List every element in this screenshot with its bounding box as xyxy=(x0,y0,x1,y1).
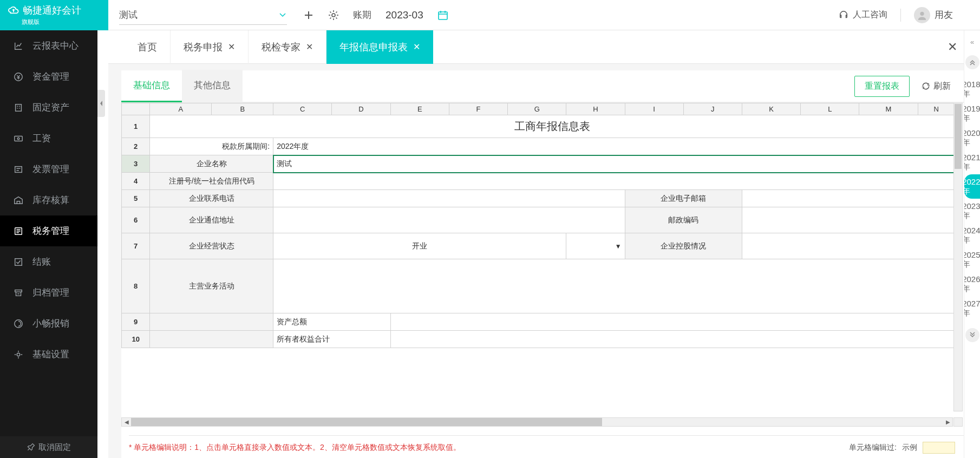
year-item[interactable]: 2020年 xyxy=(964,126,981,150)
phone-label-cell[interactable]: 企业联系电话 xyxy=(150,190,273,207)
reset-button[interactable]: 重置报表 xyxy=(854,76,910,97)
horizontal-scrollbar[interactable]: ◀ ▶ xyxy=(121,417,953,427)
sidebar-item-settings[interactable]: 基础设置 xyxy=(0,339,97,370)
year-item[interactable]: 2023年 xyxy=(964,199,981,223)
year-item[interactable]: 2019年 xyxy=(964,101,981,126)
col-head[interactable]: A xyxy=(150,103,212,115)
tab-taxcheck[interactable]: 税检专家✕ xyxy=(249,30,326,64)
sidebar-item-assets[interactable]: 固定资产 xyxy=(0,92,97,123)
close-all-tabs[interactable]: ✕ xyxy=(948,40,957,54)
row-head[interactable]: 5 xyxy=(122,190,150,207)
user-menu[interactable]: 用友 xyxy=(914,7,953,23)
address-value-cell[interactable] xyxy=(273,207,625,233)
sidebar-item-archive[interactable]: 归档管理 xyxy=(0,277,97,308)
mainbiz-label-cell[interactable]: 主营业务活动 xyxy=(150,259,273,313)
period-value[interactable]: 2023-03 xyxy=(386,9,423,21)
period-value-cell[interactable]: 2022年度 xyxy=(273,138,955,155)
col-head[interactable]: H xyxy=(566,103,625,115)
row-head[interactable]: 9 xyxy=(122,313,150,331)
sidebar-item-salary[interactable]: 工资 xyxy=(0,123,97,154)
regno-value-cell[interactable] xyxy=(273,173,955,190)
row-head[interactable]: 7 xyxy=(122,233,150,259)
year-item[interactable]: 2027年 xyxy=(964,296,981,320)
row-head[interactable]: 1 xyxy=(122,115,150,138)
scrollbar-thumb[interactable] xyxy=(131,418,602,426)
col-head[interactable]: N xyxy=(918,103,955,115)
col-head[interactable]: B xyxy=(212,103,273,115)
year-item[interactable]: 2018年 xyxy=(964,77,981,101)
row-head[interactable]: 10 xyxy=(122,331,150,348)
corner-cell[interactable] xyxy=(122,103,150,115)
tab-home[interactable]: 首页 xyxy=(125,30,171,64)
spreadsheet[interactable]: A B C D E F G H I J K L M N 1工商年报信息表 2税款… xyxy=(121,103,964,433)
calendar-icon[interactable] xyxy=(437,10,448,21)
scroll-left-icon[interactable]: ◀ xyxy=(122,418,131,426)
close-icon[interactable]: ✕ xyxy=(306,42,313,52)
email-label-cell[interactable]: 企业电子邮箱 xyxy=(625,190,742,207)
col-head[interactable]: G xyxy=(508,103,566,115)
equity-label-cell[interactable]: 所有者权益合计 xyxy=(273,331,390,348)
row-head[interactable]: 6 xyxy=(122,207,150,233)
sidebar-item-funds[interactable]: 资金管理 xyxy=(0,61,97,92)
col-head[interactable]: D xyxy=(332,103,390,115)
sidebar-item-tax[interactable]: 税务管理 xyxy=(0,215,97,246)
sidebar-collapse-handle[interactable] xyxy=(97,90,105,117)
year-item[interactable]: 2022年 xyxy=(964,174,981,199)
year-item[interactable]: 2024年 xyxy=(964,223,981,247)
col-head[interactable]: I xyxy=(625,103,683,115)
col-head[interactable]: F xyxy=(449,103,507,115)
sidebar-pin-toggle[interactable]: 取消固定 xyxy=(0,436,97,458)
equity-value-cell[interactable] xyxy=(390,331,955,348)
row-head[interactable]: 2 xyxy=(122,138,150,155)
col-head[interactable]: M xyxy=(859,103,918,115)
close-icon[interactable]: ✕ xyxy=(413,42,420,52)
phone-value-cell[interactable] xyxy=(273,190,625,207)
row-head[interactable]: 3 xyxy=(122,155,150,173)
scrollbar-thumb[interactable] xyxy=(955,104,962,169)
dropdown-indicator[interactable]: ▼ xyxy=(566,233,625,259)
year-up-button[interactable] xyxy=(965,55,979,69)
plus-icon[interactable] xyxy=(303,10,314,21)
col-head[interactable]: C xyxy=(273,103,332,115)
col-head[interactable]: E xyxy=(390,103,449,115)
year-item[interactable]: 2026年 xyxy=(964,272,981,296)
sidebar-item-reports[interactable]: 云报表中心 xyxy=(0,30,97,61)
col-head[interactable]: K xyxy=(742,103,800,115)
row-head[interactable]: 4 xyxy=(122,173,150,190)
year-strip-collapse[interactable]: « xyxy=(968,36,977,48)
period-label-cell[interactable]: 税款所属期间: xyxy=(150,138,273,155)
consult-button[interactable]: 人工咨询 xyxy=(839,9,887,21)
company-selector[interactable]: 测试 xyxy=(119,5,287,25)
mainbiz-value-cell[interactable] xyxy=(273,259,955,313)
sidebar-item-expense[interactable]: 小畅报销 xyxy=(0,308,97,339)
assets-value-cell[interactable] xyxy=(390,313,955,331)
row-head[interactable]: 8 xyxy=(122,259,150,313)
empty-label-cell[interactable] xyxy=(150,313,273,331)
col-head[interactable]: L xyxy=(801,103,859,115)
postcode-label-cell[interactable]: 邮政编码 xyxy=(625,207,742,233)
scroll-right-icon[interactable]: ▶ xyxy=(943,418,952,426)
email-value-cell[interactable] xyxy=(742,190,955,207)
address-label-cell[interactable]: 企业通信地址 xyxy=(150,207,273,233)
refresh-button[interactable]: 刷新 xyxy=(922,81,951,92)
tab-taxfile[interactable]: 税务申报✕ xyxy=(171,30,249,64)
holding-value-cell[interactable] xyxy=(742,233,955,259)
holding-label-cell[interactable]: 企业控股情况 xyxy=(625,233,742,259)
year-item[interactable]: 2021年 xyxy=(964,150,981,174)
regno-label-cell[interactable]: 注册号/统一社会信用代码 xyxy=(150,173,273,190)
col-head[interactable]: J xyxy=(683,103,742,115)
postcode-value-cell[interactable] xyxy=(742,207,955,233)
status-value-cell[interactable]: 开业 xyxy=(273,233,566,259)
sidebar-item-invoice[interactable]: 发票管理 xyxy=(0,154,97,185)
sidebar-item-inventory[interactable]: 库存核算 xyxy=(0,185,97,215)
sidebar-item-closing[interactable]: 结账 xyxy=(0,246,97,277)
tab-annualreport[interactable]: 年报信息申报表✕ xyxy=(326,30,433,64)
close-icon[interactable]: ✕ xyxy=(228,42,235,52)
sub-tab-other[interactable]: 其他信息 xyxy=(182,70,243,102)
year-item[interactable]: 2025年 xyxy=(964,247,981,272)
status-label-cell[interactable]: 企业经营状态 xyxy=(150,233,273,259)
company-value-cell[interactable]: 测试 xyxy=(273,155,955,173)
gear-icon[interactable] xyxy=(328,10,339,21)
vertical-scrollbar[interactable] xyxy=(953,103,963,411)
sub-tab-basic[interactable]: 基础信息 xyxy=(121,70,182,102)
